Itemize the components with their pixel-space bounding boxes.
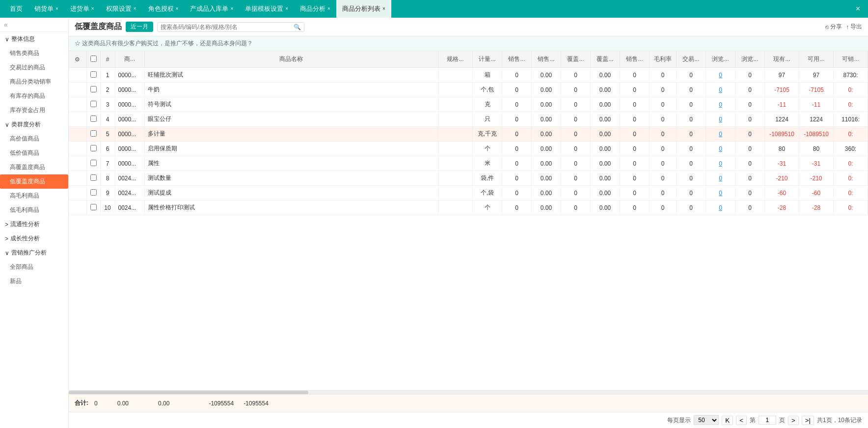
nav-product-analysis[interactable]: 商品分析 × — [294, 0, 336, 18]
nav-template-settings[interactable]: 单据模板设置 × — [239, 0, 294, 18]
last-page-button[interactable]: >| — [802, 416, 814, 425]
th-settings[interactable]: ⚙ — [69, 51, 86, 68]
nav-product-stock[interactable]: 产成品入库单 × — [184, 0, 239, 18]
row-select-checkbox[interactable] — [90, 71, 97, 78]
row-settings[interactable] — [69, 127, 86, 142]
first-page-button[interactable]: K — [722, 416, 733, 425]
th-trans[interactable]: 交易... — [677, 51, 706, 68]
sidebar-item-sales-goods[interactable]: 销售类商品 — [0, 46, 68, 60]
row-settings[interactable] — [69, 83, 86, 97]
sidebar-section-growth[interactable]: > 成长性分析 — [0, 231, 68, 246]
export-button[interactable]: ↑ 导出 — [846, 23, 862, 31]
th-sales3[interactable]: 销售... — [620, 51, 650, 68]
sidebar-item-stock-goods[interactable]: 有库存的商品 — [0, 89, 68, 103]
row-settings[interactable] — [69, 142, 86, 156]
sidebar-item-all-goods[interactable]: 全部商品 — [0, 260, 68, 274]
row-browse1[interactable]: 0 — [706, 156, 735, 171]
row-select-checkbox[interactable] — [90, 145, 97, 151]
row-browse1[interactable]: 0 — [706, 112, 735, 127]
sidebar-section-cluster[interactable]: ∨ 类群度分析 — [0, 117, 68, 132]
nav-sales-order[interactable]: 销货单 × — [28, 0, 64, 18]
nav-role-auth[interactable]: 角色授权 × — [142, 0, 185, 18]
row-settings[interactable] — [69, 171, 86, 186]
nav-product-analysis-list[interactable]: 商品分析列表 × — [336, 0, 391, 18]
row-browse1[interactable]: 0 — [706, 142, 735, 156]
next-page-button[interactable]: > — [788, 416, 799, 425]
page-number-input[interactable] — [759, 416, 776, 425]
row-browse1[interactable]: 0 — [706, 127, 735, 142]
row-checkbox[interactable] — [86, 186, 100, 200]
th-cov1[interactable]: 覆盖... — [561, 51, 591, 68]
row-select-checkbox[interactable] — [90, 174, 97, 181]
row-browse1[interactable]: 0 — [706, 83, 735, 97]
search-icon[interactable]: 🔍 — [294, 24, 301, 30]
row-checkbox[interactable] — [86, 200, 100, 215]
th-browse1[interactable]: 浏览... — [706, 51, 735, 68]
row-settings[interactable] — [69, 97, 86, 112]
sidebar-collapse-btn[interactable]: « — [4, 21, 8, 29]
sidebar-item-category-rate[interactable]: 商品分类动销率 — [0, 75, 68, 89]
row-settings[interactable] — [69, 68, 86, 83]
th-profit-rate[interactable]: 毛利率 — [650, 51, 677, 68]
row-settings[interactable] — [69, 112, 86, 127]
row-browse1[interactable]: 0 — [706, 186, 735, 200]
sidebar-item-high-profit[interactable]: 高毛利商品 — [0, 189, 68, 203]
row-settings[interactable] — [69, 156, 86, 171]
row-browse1[interactable]: 0 — [706, 68, 735, 83]
th-browse2[interactable]: 浏览... — [735, 51, 765, 68]
select-all-checkbox[interactable] — [90, 56, 97, 62]
th-sellable[interactable]: 可销... — [834, 51, 868, 68]
row-select-checkbox[interactable] — [90, 204, 97, 210]
nav-permissions[interactable]: 权限设置 × — [100, 0, 142, 18]
th-available-stock[interactable]: 可用... — [799, 51, 834, 68]
sidebar-section-marketing[interactable]: ∨ 营销推广分析 — [0, 246, 68, 260]
settings-icon[interactable]: ⚙ — [75, 56, 80, 63]
sidebar-section-liquidity[interactable]: > 流通性分析 — [0, 217, 68, 231]
row-checkbox[interactable] — [86, 97, 100, 112]
th-sales1[interactable]: 销售... — [502, 51, 532, 68]
row-settings[interactable] — [69, 200, 86, 215]
share-button[interactable]: ⎋ 分享 — [825, 23, 842, 31]
prev-page-button[interactable]: < — [736, 416, 747, 425]
row-settings[interactable] — [69, 186, 86, 200]
th-spec[interactable]: 规格... — [438, 51, 473, 68]
sidebar-item-new-goods[interactable]: 新品 — [0, 274, 68, 288]
row-select-checkbox[interactable] — [90, 115, 97, 122]
row-browse1[interactable]: 0 — [706, 200, 735, 215]
nav-home[interactable]: 首页 — [4, 0, 28, 18]
th-cov2[interactable]: 覆盖... — [591, 51, 620, 68]
row-browse1[interactable]: 0 — [706, 171, 735, 186]
th-current-stock[interactable]: 现有... — [765, 51, 799, 68]
search-box[interactable]: 🔍 — [157, 22, 304, 32]
th-checkbox[interactable] — [86, 51, 100, 68]
row-select-checkbox[interactable] — [90, 86, 97, 92]
th-unit[interactable]: 计量... — [473, 51, 502, 68]
row-checkbox[interactable] — [86, 83, 100, 97]
sidebar-item-high-coverage[interactable]: 高覆盖度商品 — [0, 160, 68, 174]
row-checkbox[interactable] — [86, 156, 100, 171]
th-code[interactable]: 商... — [115, 51, 144, 68]
th-sales2[interactable]: 销售... — [532, 51, 561, 68]
sidebar-item-stock-capital[interactable]: 库存资金占用 — [0, 103, 68, 117]
row-select-checkbox[interactable] — [90, 130, 97, 137]
search-input[interactable] — [161, 24, 294, 30]
row-select-checkbox[interactable] — [90, 160, 97, 166]
data-table-container[interactable]: ⚙ # 商... 商品名称 规格... 计量... 销售... 销售... 覆盖… — [69, 51, 868, 390]
sidebar-item-high-value[interactable]: 高价值商品 — [0, 132, 68, 146]
sidebar-item-low-value[interactable]: 低价值商品 — [0, 146, 68, 160]
sidebar-item-low-coverage[interactable]: 低覆盖度商品 — [0, 174, 68, 189]
row-checkbox[interactable] — [86, 127, 100, 142]
per-page-select[interactable]: 50 100 200 — [694, 415, 719, 425]
horizontal-scrollbar[interactable] — [69, 390, 868, 394]
sidebar-item-low-profit[interactable]: 低毛利商品 — [0, 203, 68, 217]
row-checkbox[interactable] — [86, 142, 100, 156]
close-all-button[interactable]: × — [852, 4, 864, 13]
row-select-checkbox[interactable] — [90, 189, 97, 196]
sidebar-item-traded-goods[interactable]: 交易过的商品 — [0, 60, 68, 75]
row-browse1[interactable]: 0 — [706, 97, 735, 112]
time-filter-button[interactable]: 近一月 — [126, 22, 153, 32]
nav-purchase-order[interactable]: 进货单 × — [64, 0, 100, 18]
row-checkbox[interactable] — [86, 171, 100, 186]
row-select-checkbox[interactable] — [90, 101, 97, 107]
row-checkbox[interactable] — [86, 68, 100, 83]
